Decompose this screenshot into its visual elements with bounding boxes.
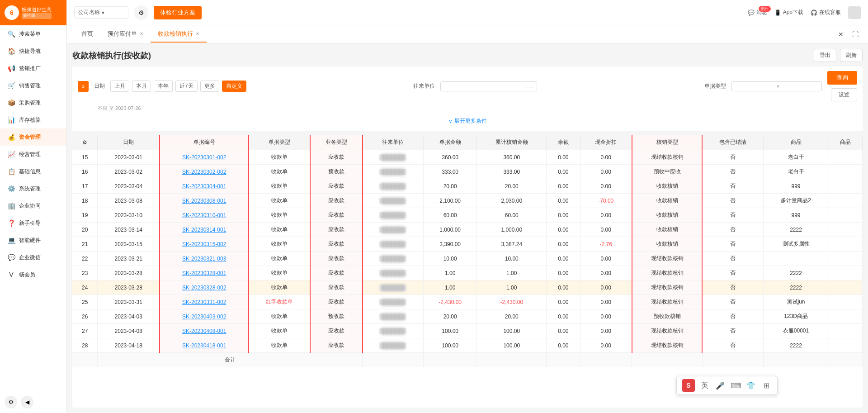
tab-pending[interactable]: 预付应付单 ✕	[100, 26, 151, 43]
cell-biz-type: 预收款	[310, 165, 363, 179]
topbar: 公司名称 ▾ ⚙ 体验行业方案 💬 消息 99+ 📱 App下载 🎧 在线客服	[67, 0, 868, 25]
sidebar-item-system[interactable]: ⚙️ 系统管理	[0, 180, 66, 197]
sidebar-item-quick[interactable]: 🏠 快捷导航	[0, 43, 66, 60]
cell-doc-no[interactable]: SK-20230301-002	[160, 150, 249, 165]
cell-date: 2023-04-18	[98, 338, 160, 353]
th-biz-type[interactable]: 业务类型	[310, 135, 363, 150]
ime-tools-icon[interactable]: ⊞	[761, 380, 772, 391]
topbar-settings-btn[interactable]: ⚙	[134, 5, 148, 20]
solution-btn[interactable]: 体验行业方案	[154, 6, 202, 19]
cell-include-settled: 否	[702, 165, 763, 179]
cell-doc-no[interactable]: SK-20230321-003	[160, 252, 249, 266]
party-input[interactable]	[444, 83, 526, 90]
cell-doc-type: 红字收款单	[249, 295, 310, 309]
sidebar-item-purchase[interactable]: 📦 采购管理	[0, 94, 66, 111]
cell-doc-type: 收款单	[249, 280, 310, 295]
close-tab-btn[interactable]: ✕	[835, 29, 846, 40]
sidebar-item-basic[interactable]: 📋 基础信息	[0, 163, 66, 180]
cell-doc-no[interactable]: SK-20230302-002	[160, 165, 249, 179]
cell-doc-no[interactable]: SK-20230408-001	[160, 324, 249, 338]
cell-doc-no[interactable]: SK-20230331-002	[160, 295, 249, 309]
date-btn-last-month[interactable]: 上月	[110, 81, 129, 92]
th-amount[interactable]: 单据金额	[423, 135, 477, 150]
cell-doc-no[interactable]: SK-20230328-002	[160, 280, 249, 295]
th-include-settled[interactable]: 包含已结清	[702, 135, 763, 150]
cell-doc-type: 收款单	[249, 194, 310, 208]
sidebar-item-operation[interactable]: 📈 经营管理	[0, 146, 66, 163]
sidebar-item-sales[interactable]: 🛒 销售管理	[0, 77, 66, 94]
cell-doc-no[interactable]: SK-20230314-001	[160, 223, 249, 237]
th-discount[interactable]: 现金折扣	[580, 135, 632, 150]
cell-discount: 0.00	[580, 223, 632, 237]
cell-total-writeoff: 20.00	[477, 179, 547, 194]
page-header: 收款核销执行(按收款) 导出 刷新	[72, 49, 863, 62]
cell-writeoff-type: 预收款核销	[632, 309, 702, 324]
tab-home[interactable]: 首页	[74, 26, 100, 43]
brand-info: 畅康道好生意 标推版	[22, 6, 52, 19]
th-total-writeoff[interactable]: 累计核销金额	[477, 135, 547, 150]
setting-btn[interactable]: 设置	[831, 88, 857, 101]
ime-skin-icon[interactable]: 👕	[745, 380, 756, 391]
party-dots[interactable]: ...	[526, 83, 533, 90]
sidebar-item-guide[interactable]: ❓ 新手引导	[0, 214, 66, 232]
cell-product: 多计量商品2	[763, 194, 829, 208]
date-btn-7days[interactable]: 近7天	[175, 81, 198, 92]
company-selector[interactable]: 公司名称 ▾	[74, 6, 128, 19]
ime-keyboard-icon[interactable]: ⌨	[730, 380, 741, 391]
cell-date: 2023-03-28	[98, 280, 160, 295]
sidebar-item-inventory[interactable]: 📊 库存核算	[0, 111, 66, 128]
cell-date: 2023-04-03	[98, 309, 160, 324]
cell-doc-no[interactable]: SK-20230310-001	[160, 208, 249, 223]
cell-no: 24	[72, 280, 98, 295]
cell-doc-no[interactable]: SK-20230315-002	[160, 237, 249, 252]
query-btn[interactable]: 查询	[827, 71, 857, 85]
sidebar-item-member[interactable]: V 畅会员	[0, 266, 66, 283]
sidebar-item-hardware[interactable]: 💻 智能硬件	[0, 232, 66, 249]
sidebar-item-enterprise[interactable]: 🏢 企业协同	[0, 197, 66, 214]
date-btn-this-month[interactable]: 本月	[132, 81, 151, 92]
online-service-action[interactable]: 🎧 在线客服	[811, 9, 841, 16]
member-icon: V	[7, 271, 15, 279]
th-balance[interactable]: 余额	[547, 135, 580, 150]
th-product2[interactable]: 商品	[829, 135, 863, 150]
user-avatar[interactable]	[848, 6, 861, 19]
cell-product: 2222	[763, 280, 829, 295]
cell-doc-no[interactable]: SK-20230418-001	[160, 338, 249, 353]
refresh-btn[interactable]: 刷新	[840, 49, 863, 62]
ime-voice-icon[interactable]: 🎤	[715, 380, 726, 391]
sidebar-item-marketing[interactable]: 📢 营销推广	[0, 60, 66, 77]
date-btn-custom[interactable]: 自定义	[222, 81, 246, 92]
cell-balance: 0.00	[547, 165, 580, 179]
th-product[interactable]: 商品	[763, 135, 829, 150]
sidebar-item-finance[interactable]: 💰 资金管理	[0, 128, 66, 146]
th-settings[interactable]: ⚙	[72, 135, 98, 150]
th-party[interactable]: 往来单位	[363, 135, 424, 150]
ime-lang-icon[interactable]: 英	[699, 380, 710, 391]
doc-type-select[interactable]: ▾	[731, 81, 822, 91]
sidebar-item-wechat[interactable]: 💬 企业微信	[0, 249, 66, 266]
cell-doc-no[interactable]: SK-20230304-001	[160, 179, 249, 194]
filter-expand-btn[interactable]: ∨ 展开更多条件	[78, 115, 857, 127]
tab-collection[interactable]: 收款核销执行 ✕	[151, 26, 207, 43]
settings-bottom-icon[interactable]: ⚙	[5, 396, 17, 408]
cell-doc-no[interactable]: SK-20230328-001	[160, 266, 249, 280]
th-doc-type[interactable]: 单据类型	[249, 135, 310, 150]
collapse-icon[interactable]: ◀	[21, 396, 33, 408]
tabs-bar: 首页 预付应付单 ✕ 收款核销执行 ✕ ✕ ⛶	[67, 25, 868, 43]
cell-doc-no[interactable]: SK-20230403-002	[160, 309, 249, 324]
message-action[interactable]: 💬 消息 99+	[748, 9, 767, 16]
th-writeoff-type[interactable]: 核销类型	[632, 135, 702, 150]
tab-close-pending[interactable]: ✕	[140, 31, 143, 36]
app-download-action[interactable]: 📱 App下载	[774, 9, 803, 16]
party-input-wrap: ...	[440, 81, 537, 91]
date-btn-more[interactable]: 更多	[200, 81, 219, 92]
cell-doc-no[interactable]: SK-20230308-001	[160, 194, 249, 208]
maximize-btn[interactable]: ⛶	[850, 29, 861, 40]
filter-toggle-btn[interactable]: »	[78, 81, 89, 92]
date-btn-this-year[interactable]: 本年	[154, 81, 173, 92]
th-date[interactable]: 日期	[98, 135, 160, 150]
th-doc-no[interactable]: 单据编号	[160, 135, 249, 150]
export-btn[interactable]: 导出	[814, 49, 836, 62]
tab-close-collection[interactable]: ✕	[196, 31, 199, 36]
sidebar-item-search[interactable]: 🔍 搜索菜单	[0, 25, 66, 43]
